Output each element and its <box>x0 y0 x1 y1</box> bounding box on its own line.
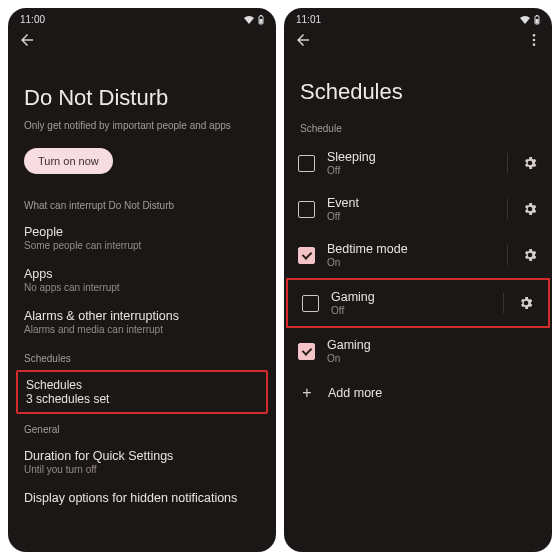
row-desc: Some people can interrupt <box>24 240 260 251</box>
status-bar: 11:00 <box>8 8 276 27</box>
row-alarms[interactable]: Alarms & other interruptions Alarms and … <box>8 301 276 343</box>
row-duration[interactable]: Duration for Quick Settings Until you tu… <box>8 441 276 483</box>
schedule-row[interactable]: SleepingOff <box>284 140 552 186</box>
turn-on-button[interactable]: Turn on now <box>24 148 113 174</box>
section-schedules: Schedules <box>8 343 276 370</box>
wifi-icon <box>520 16 530 24</box>
plus-icon: + <box>298 384 316 402</box>
row-people[interactable]: People Some people can interrupt <box>8 217 276 259</box>
row-title: Apps <box>24 267 260 281</box>
row-title: Event <box>327 196 495 210</box>
section-general: General <box>8 414 276 441</box>
svg-rect-1 <box>260 15 262 16</box>
row-title: Duration for Quick Settings <box>24 449 260 463</box>
gear-icon[interactable] <box>522 201 538 217</box>
checkbox[interactable] <box>298 247 315 264</box>
app-bar <box>8 27 276 49</box>
row-title: Bedtime mode <box>327 242 495 256</box>
row-desc: Off <box>327 211 495 222</box>
back-icon[interactable] <box>294 31 312 49</box>
row-desc: On <box>327 353 538 364</box>
gear-icon[interactable] <box>522 155 538 171</box>
schedule-row[interactable]: EventOff <box>284 186 552 232</box>
row-display-options[interactable]: Display options for hidden notifications <box>8 483 276 513</box>
row-title: Alarms & other interruptions <box>24 309 260 323</box>
checkbox[interactable] <box>298 343 315 360</box>
svg-rect-5 <box>536 19 539 24</box>
schedule-row[interactable]: GamingOff <box>286 278 550 328</box>
row-desc: Off <box>331 305 491 316</box>
divider <box>507 199 508 219</box>
more-icon[interactable] <box>526 32 542 48</box>
battery-icon <box>258 15 264 25</box>
row-desc: Off <box>327 165 495 176</box>
row-title: Display options for hidden notifications <box>24 491 260 505</box>
page-title: Schedules <box>284 49 552 113</box>
svg-point-8 <box>533 43 536 46</box>
row-title: Gaming <box>327 338 538 352</box>
back-icon[interactable] <box>18 31 36 49</box>
page-title: Do Not Disturb <box>8 49 276 119</box>
gear-icon[interactable] <box>522 247 538 263</box>
phone-dnd: 11:00 Do Not Disturb Only get notified b… <box>8 8 276 552</box>
row-apps[interactable]: Apps No apps can interrupt <box>8 259 276 301</box>
row-desc: No apps can interrupt <box>24 282 260 293</box>
row-desc: Until you turn off <box>24 464 260 475</box>
row-title: Gaming <box>331 290 491 304</box>
gear-icon[interactable] <box>518 295 534 311</box>
phone-schedules: 11:01 Schedules Schedule SleepingOffEven… <box>284 8 552 552</box>
section-schedule: Schedule <box>284 113 552 140</box>
row-add-more[interactable]: + Add more <box>284 374 552 412</box>
wifi-icon <box>244 16 254 24</box>
row-title: Schedules <box>26 378 258 392</box>
svg-point-7 <box>533 39 536 42</box>
row-title: People <box>24 225 260 239</box>
row-desc: 3 schedules set <box>26 392 258 406</box>
divider <box>507 153 508 173</box>
schedule-row[interactable]: Bedtime modeOn <box>284 232 552 278</box>
clock: 11:01 <box>296 14 321 25</box>
checkbox[interactable] <box>298 201 315 218</box>
page-subtitle: Only get notified by important people an… <box>8 119 276 144</box>
divider <box>507 245 508 265</box>
status-bar: 11:01 <box>284 8 552 27</box>
battery-icon <box>534 15 540 25</box>
svg-rect-4 <box>536 15 538 16</box>
checkbox[interactable] <box>298 155 315 172</box>
schedule-list: SleepingOffEventOffBedtime modeOnGamingO… <box>284 140 552 374</box>
app-bar <box>284 27 552 49</box>
divider <box>503 293 504 313</box>
row-title: Add more <box>328 386 538 400</box>
row-schedules[interactable]: Schedules 3 schedules set <box>16 370 268 414</box>
svg-rect-2 <box>260 19 263 24</box>
svg-point-6 <box>533 34 536 37</box>
checkbox[interactable] <box>302 295 319 312</box>
section-interrupt: What can interrupt Do Not Disturb <box>8 190 276 217</box>
clock: 11:00 <box>20 14 45 25</box>
row-desc: Alarms and media can interrupt <box>24 324 260 335</box>
row-title: Sleeping <box>327 150 495 164</box>
row-desc: On <box>327 257 495 268</box>
schedule-row[interactable]: GamingOn <box>284 328 552 374</box>
